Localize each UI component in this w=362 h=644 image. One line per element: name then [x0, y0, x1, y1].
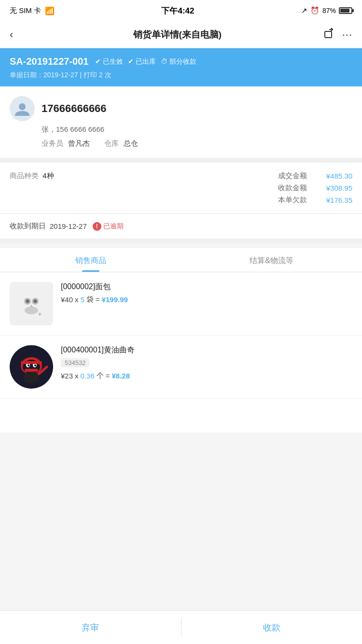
product-price-2: ¥23	[61, 372, 73, 380]
products-section: + [0000002]面包 ¥40 x 5 袋 = ¥199.99	[0, 272, 362, 433]
status-bar: 无 SIM 卡 📶 下午4:42 ↗ ⏰ 87%	[0, 0, 362, 21]
summary-section: 商品种类 4种 成交金额 ¥485.30 收款金额 ¥308.95 本单欠款 ¥…	[0, 163, 362, 213]
product-qty-1: 5	[81, 295, 84, 304]
avatar	[10, 96, 35, 121]
product-info-1: [0000002]面包 ¥40 x 5 袋 = ¥199.99	[61, 282, 352, 304]
product-item-2: [000400001]黄油曲奇 534532 ¥23 x 0.36 个 = ¥8…	[0, 336, 362, 399]
deal-amount-label: 成交金额	[278, 171, 307, 181]
svg-text:+: +	[38, 311, 42, 318]
meta-date-value: 2019-12-27	[43, 71, 78, 79]
received-value: ¥308.95	[314, 184, 352, 192]
svg-point-1	[19, 103, 26, 110]
status-left: 无 SIM 卡 📶	[10, 6, 55, 15]
confirm-button[interactable]: 收款	[181, 611, 362, 644]
product-price-row-2: ¥23 x 0.36 个 = ¥8.28	[61, 371, 352, 380]
product-item-1: + [0000002]面包 ¥40 x 5 袋 = ¥199.99	[0, 272, 362, 336]
received-label: 收款金额	[278, 183, 307, 193]
tab-settlement-label: 结算&物流等	[250, 256, 293, 265]
customer-row: 17666666666	[10, 96, 352, 121]
svg-point-6	[27, 300, 28, 302]
tab-sales-products[interactable]: 销售商品	[0, 248, 181, 272]
page-title: 销货单详情(来自电脑)	[31, 28, 324, 41]
warehouse-value: 总仓	[124, 139, 138, 147]
product-qty-unit-2: 个	[97, 371, 104, 380]
product-price-1: ¥40	[61, 295, 73, 304]
back-button[interactable]: ‹	[10, 28, 31, 41]
status-badges: ✔ 已生效 ✔ 已出库 ⏱ 部分收款	[95, 57, 196, 66]
product-total-2: ¥8.28	[112, 372, 130, 380]
product-price-row-1: ¥40 x 5 袋 = ¥199.99	[61, 295, 352, 304]
svg-rect-18	[25, 369, 38, 372]
product-thumb-1: +	[10, 282, 53, 325]
badge-partial-payment: ⏱ 部分收款	[161, 57, 196, 66]
product-name-1: [0000002]面包	[61, 282, 352, 292]
divider-2	[0, 238, 362, 243]
due-date-value: 2019-12-27	[50, 222, 87, 230]
battery-icon	[339, 7, 352, 14]
order-header: SA-20191227-001 ✔ 已生效 ✔ 已出库 ⏱ 部分收款 单据日期：…	[0, 48, 362, 86]
salesman-value: 曾凡杰	[68, 139, 90, 147]
overdue-badge: ! 已逾期	[93, 222, 124, 231]
product-thumb-2	[10, 345, 53, 389]
status-right: ↗ ⏰ 87%	[301, 6, 352, 15]
product-type-label: 商品种类	[10, 171, 39, 180]
tab-settlement[interactable]: 结算&物流等	[181, 248, 362, 272]
cancel-button[interactable]: 弃审	[0, 611, 181, 644]
customer-sub: 张，156 6666 6666	[42, 125, 352, 134]
deal-amount-row: 成交金额 ¥485.30	[278, 171, 352, 181]
summary-right: 成交金额 ¥485.30 收款金额 ¥308.95 本单欠款 ¥176.35	[278, 171, 352, 205]
bottom-bar: 弃审 收款	[0, 610, 362, 644]
badge-effective: ✔ 已生效	[95, 57, 123, 66]
product-qty-2: 0.36	[81, 372, 95, 380]
divider-1	[0, 158, 362, 163]
badge-shipped: ✔ 已出库	[128, 57, 156, 66]
wifi-icon: 📶	[45, 6, 55, 15]
product-sku-2: 534532	[61, 358, 89, 367]
svg-point-17	[34, 364, 36, 366]
product-name-2: [000400001]黄油曲奇	[61, 345, 352, 355]
svg-rect-0	[325, 31, 332, 38]
summary-left: 商品种类 4种	[10, 171, 54, 181]
due-date-label: 收款到期日	[10, 222, 46, 231]
customer-info-row: 业务员 曾凡杰 仓库 总仓	[42, 139, 352, 148]
alarm-icon: ⏰	[310, 6, 320, 15]
tabs-row: 销售商品 结算&物流等	[0, 248, 362, 272]
meta-date-label: 单据日期：	[10, 71, 43, 79]
tabs-section: 销售商品 结算&物流等	[0, 248, 362, 272]
nav-bar: ‹ 销货单详情(来自电脑) ···	[0, 21, 362, 48]
bottom-spacer	[0, 399, 362, 433]
tab-sales-products-label: 销售商品	[75, 256, 106, 265]
share-icon[interactable]	[324, 28, 334, 41]
salesman-label: 业务员	[42, 139, 63, 147]
svg-point-7	[34, 300, 36, 302]
status-time: 下午4:42	[161, 5, 194, 16]
svg-point-21	[24, 372, 39, 383]
owed-label: 本单欠款	[278, 196, 307, 205]
battery-percent: 87%	[322, 7, 336, 14]
svg-rect-19	[21, 361, 42, 364]
product-qty-unit-1: 袋	[86, 295, 94, 304]
owed-value: ¥176.35	[314, 196, 352, 204]
order-id: SA-20191227-001	[10, 56, 88, 67]
order-meta: 单据日期：2019-12-27 | 打印 2 次	[10, 71, 352, 80]
svg-point-16	[28, 364, 29, 366]
sim-text: 无 SIM 卡	[10, 6, 41, 15]
meta-sep: |	[78, 71, 84, 79]
customer-section: 17666666666 张，156 6666 6666 业务员 曾凡杰 仓库 总…	[0, 86, 362, 158]
svg-point-9	[25, 307, 38, 314]
meta-print: 打印 2 次	[84, 71, 111, 79]
product-total-1: ¥199.99	[102, 295, 128, 304]
customer-name: 17666666666	[42, 102, 107, 115]
location-icon: ↗	[301, 6, 307, 15]
owed-row: 本单欠款 ¥176.35	[278, 196, 352, 205]
more-icon[interactable]: ···	[342, 28, 352, 41]
deal-amount-value: ¥485.30	[314, 172, 352, 180]
overdue-text: 已逾期	[103, 222, 124, 231]
due-section: 收款到期日 2019-12-27 ! 已逾期	[0, 214, 362, 238]
received-row: 收款金额 ¥308.95	[278, 183, 352, 193]
overdue-dot-icon: !	[93, 222, 101, 231]
nav-actions: ···	[324, 28, 352, 41]
warehouse-label: 仓库	[104, 139, 119, 147]
product-type-value: 4种	[42, 171, 54, 180]
product-info-2: [000400001]黄油曲奇 534532 ¥23 x 0.36 个 = ¥8…	[61, 345, 352, 380]
